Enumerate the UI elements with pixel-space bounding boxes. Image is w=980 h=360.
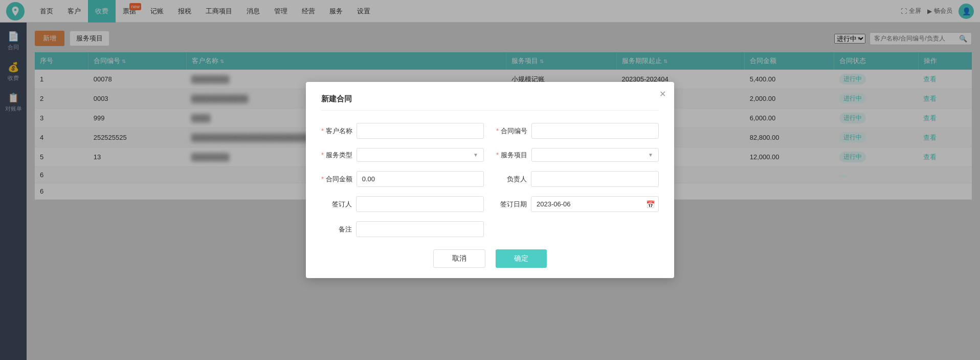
modal-title: 新建合同	[321, 94, 659, 111]
field-contract-amount: 合同金额	[321, 171, 484, 187]
responsible-label: 负责人	[496, 175, 527, 184]
customer-name-input[interactable]	[357, 123, 484, 139]
field-service-type: 服务类型 ▼	[321, 148, 484, 162]
contract-no-label: 合同编号	[496, 126, 527, 136]
form-row-3: 合同金额 负责人	[321, 171, 659, 187]
cancel-button[interactable]: 取消	[433, 249, 485, 268]
form-row-4: 签订人 签订日期 📅	[321, 196, 659, 212]
new-contract-modal: ✕ 新建合同 客户名称 合同编号 服务类型 ▼ 服务项目	[306, 82, 674, 278]
form-row-5: 备注	[321, 221, 659, 237]
service-item-label: 服务项目	[496, 151, 527, 160]
service-type-select[interactable]: ▼	[357, 148, 484, 162]
service-item-select[interactable]: ▼	[531, 148, 659, 162]
contract-amount-input[interactable]	[357, 171, 484, 187]
field-customer-name: 客户名称	[321, 123, 484, 139]
modal-overlay: ✕ 新建合同 客户名称 合同编号 服务类型 ▼ 服务项目	[0, 0, 980, 360]
contract-no-input[interactable]	[531, 123, 659, 139]
sign-date-label: 签订日期	[496, 200, 527, 209]
field-contract-no: 合同编号	[496, 123, 659, 139]
field-service-item: 服务项目 ▼	[496, 148, 659, 162]
calendar-icon[interactable]: 📅	[646, 200, 655, 208]
service-type-arrow: ▼	[473, 152, 478, 158]
responsible-input[interactable]	[531, 171, 659, 187]
remark-label: 备注	[321, 225, 352, 234]
field-signer: 签订人	[321, 196, 484, 212]
sign-date-input[interactable]	[531, 196, 659, 212]
confirm-button[interactable]: 确定	[496, 249, 547, 268]
form-row-2: 服务类型 ▼ 服务项目 ▼	[321, 148, 659, 162]
field-responsible: 负责人	[496, 171, 659, 187]
remark-input[interactable]	[356, 221, 484, 237]
form-row-1: 客户名称 合同编号	[321, 123, 659, 139]
field-remark: 备注	[321, 221, 484, 237]
modal-actions: 取消 确定	[321, 249, 659, 268]
service-item-arrow: ▼	[648, 152, 653, 158]
signer-label: 签订人	[321, 200, 352, 209]
modal-close-button[interactable]: ✕	[659, 89, 666, 99]
contract-amount-label: 合同金额	[321, 175, 352, 184]
signer-input[interactable]	[356, 196, 484, 212]
service-type-label: 服务类型	[321, 151, 352, 160]
field-sign-date: 签订日期 📅	[496, 196, 659, 212]
customer-name-label: 客户名称	[321, 126, 352, 136]
